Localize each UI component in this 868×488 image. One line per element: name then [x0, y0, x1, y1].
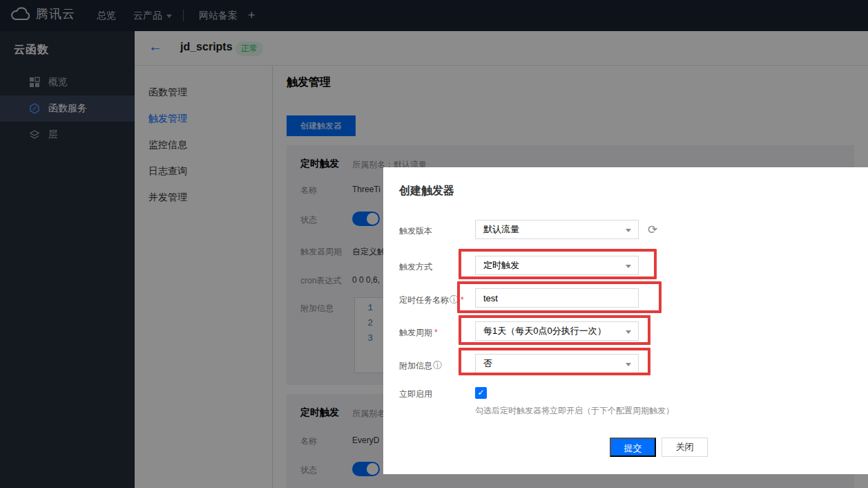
required-mark: *: [434, 328, 438, 337]
close-button[interactable]: 关闭: [662, 438, 708, 457]
select-caret-icon: [626, 229, 631, 232]
enable-helper-text: 勾选后定时触发器将立即开启（于下个配置周期触发）: [475, 405, 674, 417]
enable-now-label: 立即启用: [399, 388, 432, 400]
info-icon[interactable]: ⓘ: [433, 360, 442, 370]
highlight-rect-trigger-type: [459, 249, 657, 279]
highlight-rect-cycle: [459, 315, 650, 345]
enable-now-checkbox[interactable]: ✓: [475, 387, 487, 399]
modal-title: 创建触发器: [399, 184, 454, 198]
highlight-rect-task-name: [457, 281, 662, 313]
trigger-type-label: 触发方式: [399, 261, 432, 273]
version-select[interactable]: 默认流量: [475, 220, 639, 239]
task-name-label: 定时任务名称ⓘ*: [399, 294, 464, 306]
submit-button[interactable]: 提交: [610, 438, 656, 457]
highlight-rect-extra-info: [459, 348, 650, 375]
cycle-label: 触发周期*: [399, 327, 438, 339]
version-label: 触发版本: [399, 225, 432, 237]
extra-info-label: 附加信息ⓘ: [399, 359, 442, 372]
refresh-icon[interactable]: ⟳: [648, 223, 657, 237]
